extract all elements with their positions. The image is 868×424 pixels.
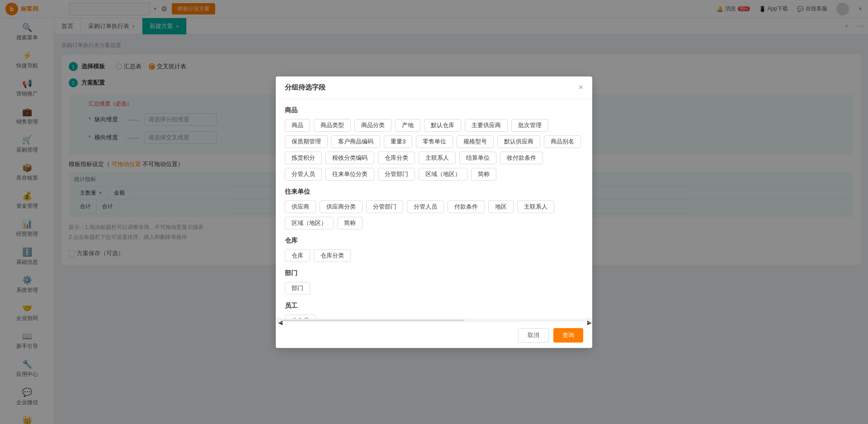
field-tag-payment-terms[interactable]: 收付款条件 [500,152,543,164]
field-tag-partner-dept[interactable]: 分管部门 [366,200,403,213]
field-tag-dept[interactable]: 分管部门 [378,168,415,181]
modal-overlay: 分组待选字段 × 商品 商品 商品类型 商品分类 产地 默认仓库 主要供应商 批… [0,0,868,272]
field-tag-pick-points[interactable]: 拣货积分 [285,152,322,164]
field-tag-partner-abbr[interactable]: 简称 [337,217,363,229]
field-tag-default-supplier[interactable]: 默认供应商 [497,135,540,148]
field-tag-supplier-category[interactable]: 供应商分类 [320,200,363,213]
field-tag-warehouse-cat[interactable]: 仓库分类 [314,249,351,262]
field-tag-partner-person[interactable]: 分管人员 [407,200,444,213]
field-tag-weight3[interactable]: 重量3 [384,135,412,148]
field-tag-batch-mgmt[interactable]: 批次管理 [511,119,548,132]
modal-close-button[interactable]: × [578,83,583,92]
field-tag-product-alias[interactable]: 商品别名 [544,135,581,148]
field-tag-region[interactable]: 区域（地区） [419,168,467,181]
field-tag-payment-cond[interactable]: 付款条件 [448,200,485,213]
field-section-warehouse: 仓库 仓库 仓库分类 [285,237,583,262]
field-tag-partner-category[interactable]: 往来单位分类 [326,168,374,181]
field-section-product: 商品 商品 商品类型 商品分类 产地 默认仓库 主要供应商 批次管理 保质期管理… [285,106,583,181]
field-tag-expiry-mgmt[interactable]: 保质期管理 [285,135,328,148]
field-tag-settlement-unit[interactable]: 结算单位 [459,152,496,164]
field-tag-main-supplier[interactable]: 主要供应商 [465,119,508,132]
field-tag-partner-region[interactable]: 区域（地区） [285,217,334,229]
field-tag-area[interactable]: 地区 [488,200,514,213]
warehouse-field-tags: 仓库 仓库分类 [285,249,583,262]
field-tag-spec-model[interactable]: 规格型号 [457,135,494,148]
field-tag-supplier[interactable]: 供应商 [285,200,316,213]
field-tag-customer-code[interactable]: 客户商品编码 [331,135,380,148]
section-title-product: 商品 [285,106,583,114]
field-tag-contact[interactable]: 主联系人 [517,200,554,213]
field-tag-product-type[interactable]: 商品类型 [314,119,351,132]
field-tag-retail-unit[interactable]: 零售单位 [416,135,453,148]
field-tag-warehouse[interactable]: 仓库 [285,249,310,262]
product-field-tags: 商品 商品类型 商品分类 产地 默认仓库 主要供应商 批次管理 保质期管理 客户… [285,119,583,181]
modal-title: 分组待选字段 [285,83,326,92]
field-section-partner: 往来单位 供应商 供应商分类 分管部门 分管人员 付款条件 地区 主联系人 区域… [285,188,583,229]
field-tag-product-category[interactable]: 商品分类 [354,119,392,132]
field-section-department: 部门 部门 [285,269,583,272]
partner-field-tags: 供应商 供应商分类 分管部门 分管人员 付款条件 地区 主联系人 区域（地区） … [285,200,583,229]
field-tag-default-warehouse[interactable]: 默认仓库 [424,119,461,132]
field-tag-main-contact[interactable]: 主联系人 [419,152,456,164]
modal-dialog: 分组待选字段 × 商品 商品 商品类型 商品分类 产地 默认仓库 主要供应商 批… [276,76,592,272]
field-tag-administrator[interactable]: 分管人员 [285,168,322,181]
section-title-department: 部门 [285,269,583,272]
field-tag-origin[interactable]: 产地 [395,119,420,132]
modal-header: 分组待选字段 × [276,76,592,99]
field-tag-warehouse-category[interactable]: 仓库分类 [378,152,415,164]
section-title-warehouse: 仓库 [285,237,583,245]
modal-body[interactable]: 商品 商品 商品类型 商品分类 产地 默认仓库 主要供应商 批次管理 保质期管理… [276,99,592,272]
field-tag-product[interactable]: 商品 [285,119,310,132]
field-tag-abbr[interactable]: 简称 [471,168,496,181]
field-tag-tax-code[interactable]: 税收分类编码 [326,152,374,164]
section-title-partner: 往来单位 [285,188,583,196]
